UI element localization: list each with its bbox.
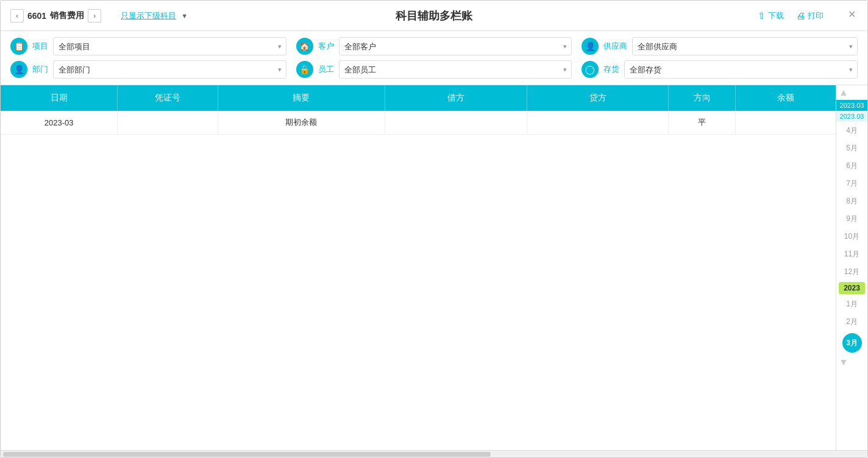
col-balance: 余额 [736,85,836,111]
col-summary: 摘要 [218,85,385,111]
supplier-icon: 👤 [582,38,599,55]
col-debit: 借方 [385,85,527,111]
month-item-3-active[interactable]: 3月 [842,333,862,353]
print-button[interactable]: 🖨 打印 [796,10,824,21]
project-filter-row: 📋 项目 全部项目 [10,37,286,55]
department-select[interactable]: 全部部门 [53,60,286,79]
department-select-wrapper: 全部部门 [53,60,286,79]
page-title: 科目辅助多栏账 [396,9,472,23]
project-label: 项目 [32,41,48,52]
inventory-icon: ◯ [582,61,599,78]
project-icon: 📋 [10,38,27,55]
department-filter-row: 👤 部门 全部部门 [10,60,286,79]
download-icon: ⇧ [758,10,766,21]
department-icon: 👤 [10,61,27,78]
sidebar-down-arrow[interactable]: ▼ [836,355,851,370]
inventory-select[interactable]: 全部存货 [624,60,858,79]
table-header-row: 日期 凭证号 摘要 借方 贷方 方向 余额 [1,85,836,111]
cell-date: 2023-03 [1,111,118,135]
month-item-11[interactable]: 11月 [836,245,867,263]
month-item-4[interactable]: 4月 [836,122,867,139]
month-item-6[interactable]: 6月 [836,157,867,175]
period-label-2[interactable]: 2023.03 [836,111,867,122]
main-content: 日期 凭证号 摘要 借方 贷方 方向 余额 2023-03 期初余额 [1,85,867,450]
cell-direction: 平 [669,111,736,135]
project-select-wrapper: 全部项目 [53,37,286,55]
cell-balance [736,111,836,135]
cell-summary: 期初余额 [218,111,385,135]
month-item-7[interactable]: 7月 [836,175,867,192]
table-area[interactable]: 日期 凭证号 摘要 借方 贷方 方向 余额 2023-03 期初余额 [1,85,836,450]
account-code: 6601 [27,11,46,21]
col-direction: 方向 [669,85,736,111]
sidebar-up-arrow[interactable]: ▲ [836,85,851,100]
main-window: ‹ 6601 销售费用 › 只显示下级科目 ▼ 科目辅助多栏账 ⇧ 下载 🖨 打… [0,0,868,458]
print-icon: 🖨 [796,10,805,21]
prev-account-button[interactable]: ‹ [10,9,24,23]
show-sub-accounts-label[interactable]: 只显示下级科目 [121,10,176,21]
inventory-filter-row: ◯ 存货 全部存货 [582,60,858,79]
horizontal-scrollbar[interactable] [1,450,867,457]
col-voucher: 凭证号 [118,85,218,111]
next-account-button[interactable]: › [88,9,101,23]
customer-filter-row: 🏠 客户 全部客户 [296,37,572,55]
supplier-filter-row: 👤 供应商 全部供应商 [582,37,858,55]
title-bar-right: ⇧ 下载 🖨 打印 [758,10,858,21]
period-label-1[interactable]: 2023.03 [836,100,867,111]
year-badge[interactable]: 2023 [839,282,865,294]
project-select[interactable]: 全部项目 [53,37,286,55]
account-name: 销售费用 [50,10,84,21]
col-credit: 贷方 [527,85,669,111]
month-item-2[interactable]: 2月 [836,313,867,331]
employee-select[interactable]: 全部员工 [339,60,572,79]
cell-credit [527,111,669,135]
employee-icon: 🔒 [296,61,313,78]
customer-label: 客户 [318,41,334,52]
filter-bar: 📋 项目 全部项目 🏠 客户 全部客户 👤 供应商 全部供应商 [1,31,867,85]
department-label: 部门 [32,64,48,75]
employee-select-wrapper: 全部员工 [339,60,572,79]
month-picker-sidebar: ▲ 2023.03 2023.03 4月 5月 6月 7月 8月 9月 10月 … [836,85,867,450]
scrollbar-thumb[interactable] [3,452,491,457]
inventory-select-wrapper: 全部存货 [624,60,858,79]
title-bar: ‹ 6601 销售费用 › 只显示下级科目 ▼ 科目辅助多栏账 ⇧ 下载 🖨 打… [1,1,867,31]
supplier-select-wrapper: 全部供应商 [632,37,858,55]
employee-filter-row: 🔒 员工 全部员工 [296,60,572,79]
month-item-9[interactable]: 9月 [836,210,867,228]
customer-select[interactable]: 全部客户 [339,37,572,55]
month-item-10[interactable]: 10月 [836,228,867,245]
employee-label: 员工 [318,64,334,75]
supplier-label: 供应商 [603,41,627,52]
show-sub-dropdown-arrow[interactable]: ▼ [181,12,188,19]
title-bar-left: ‹ 6601 销售费用 › 只显示下级科目 ▼ [10,9,188,23]
close-button[interactable]: ✕ [845,8,858,20]
cell-debit [385,111,527,135]
customer-select-wrapper: 全部客户 [339,37,572,55]
month-item-12[interactable]: 12月 [836,263,867,281]
col-date: 日期 [1,85,118,111]
customer-icon: 🏠 [296,38,313,55]
month-item-8[interactable]: 8月 [836,192,867,210]
table-row: 2023-03 期初余额 平 [1,111,836,135]
month-item-1[interactable]: 1月 [836,295,867,313]
cell-voucher [118,111,218,135]
month-item-5[interactable]: 5月 [836,139,867,157]
supplier-select[interactable]: 全部供应商 [632,37,858,55]
download-button[interactable]: ⇧ 下载 [758,10,784,21]
inventory-label: 存货 [603,64,619,75]
ledger-table: 日期 凭证号 摘要 借方 贷方 方向 余额 2023-03 期初余额 [1,85,836,135]
